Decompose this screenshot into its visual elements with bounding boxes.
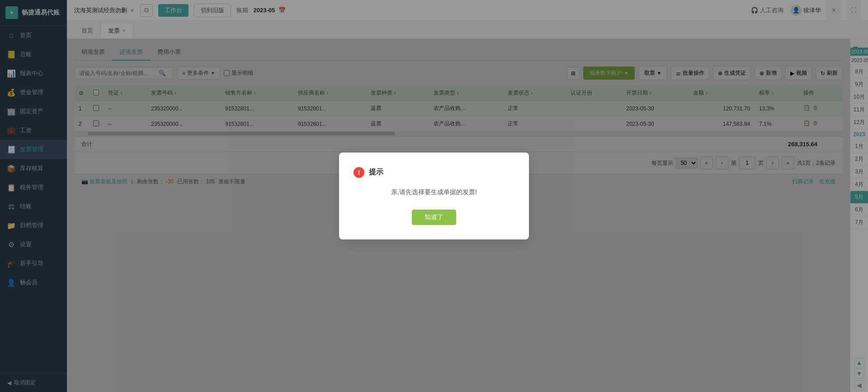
modal-footer: 知道了	[354, 210, 514, 225]
modal-overlay: ! 提示 亲,请先选择要生成单据的发票! 知道了	[0, 0, 868, 392]
modal-title-text: 提示	[369, 167, 383, 177]
modal-message: 亲,请先选择要生成单据的发票!	[354, 187, 514, 197]
modal-confirm-btn[interactable]: 知道了	[412, 210, 456, 225]
modal-dialog: ! 提示 亲,请先选择要生成单据的发票! 知道了	[339, 153, 529, 239]
modal-title-row: ! 提示	[354, 167, 514, 178]
warning-icon: !	[354, 167, 364, 178]
